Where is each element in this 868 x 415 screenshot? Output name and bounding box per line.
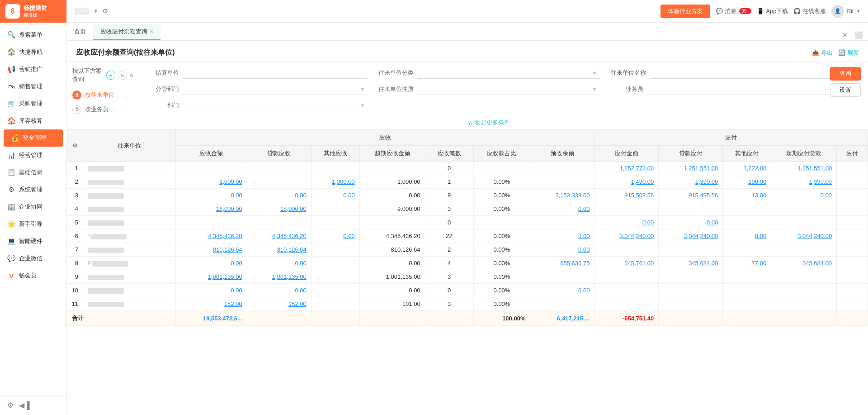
search-nav-icon: 🔍 bbox=[7, 31, 15, 39]
sidebar-item-basic[interactable]: 📋 基础信息 bbox=[0, 164, 66, 181]
dept-select[interactable]: ▼ bbox=[183, 83, 368, 95]
scheme-selector: 按以下方案查询 + ⊙ « 业 按往来单位 员 按业务员 bbox=[67, 62, 139, 129]
dots-icon2: ··· bbox=[825, 86, 829, 92]
filter-container: 按以下方案查询 + ⊙ « 业 按往来单位 员 按业务员 bbox=[67, 62, 868, 129]
collapse-sidebar-icon[interactable]: ◀▐ bbox=[19, 401, 29, 410]
sidebar-item-wechat-label: 企业微信 bbox=[19, 254, 42, 262]
unit-category-select[interactable]: ▼ bbox=[417, 67, 599, 79]
unit-name-input[interactable] bbox=[650, 67, 832, 79]
sidebar-item-quick[interactable]: 🏠 快捷导航 bbox=[0, 43, 66, 61]
settings-header-icon[interactable]: ⚙ bbox=[102, 7, 108, 15]
chevron-down-icon[interactable]: ▼ bbox=[93, 8, 99, 14]
refresh-button[interactable]: 🔄 刷新 bbox=[838, 49, 859, 57]
sidebar-footer: ⚙ ◀▐ bbox=[0, 395, 66, 415]
tab-fullscreen-icon[interactable]: ⬜ bbox=[853, 29, 864, 40]
scheme-collapse-icon[interactable]: « bbox=[130, 72, 133, 79]
scheme1-label: 按往来单位 bbox=[85, 91, 114, 99]
sidebar-item-marketing-label: 营销推广 bbox=[19, 65, 42, 73]
unit-nature-field: 往来单位性质 ▼ bbox=[378, 83, 599, 95]
tab-close-all-icon[interactable]: ✕ bbox=[840, 29, 849, 40]
unit-nature-select[interactable]: ▼ bbox=[417, 83, 599, 95]
scheme-item-unit[interactable]: 业 按往来单位 bbox=[71, 88, 135, 102]
footer-r-prepay[interactable]: 6,417,215.... bbox=[530, 311, 594, 326]
table-row: 8P0.000.000.0040.00%655,636.75345,761.00… bbox=[67, 257, 868, 270]
setting-button[interactable]: 设置 bbox=[830, 83, 861, 97]
footer-r-loan bbox=[247, 311, 311, 326]
dept2-select[interactable]: ▼ bbox=[183, 100, 368, 111]
sidebar-item-hardware-label: 智能硬件 bbox=[19, 237, 42, 245]
footer-p-loan bbox=[659, 311, 723, 326]
sidebar-item-marketing[interactable]: 📢 营销推广 bbox=[0, 61, 66, 78]
sidebar-item-purchase[interactable]: 🛒 采购管理 bbox=[0, 95, 66, 112]
export-button[interactable]: 📤 导出 bbox=[812, 49, 833, 57]
col-r-other: 其他应收 bbox=[311, 146, 359, 162]
sidebar-item-hardware[interactable]: 💻 智能硬件 bbox=[0, 233, 66, 250]
table-scroll-area[interactable]: ⚙ 往来单位 应收 应付 应收金额 贷款应收 其他应收 超期应收金额 应收笔数 … bbox=[67, 129, 868, 326]
logo: 6 畅捷通财 标准版 bbox=[0, 0, 66, 23]
tabs-controls: ✕ ⬜ bbox=[837, 29, 868, 40]
scheme-item-salesman[interactable]: 员 按业务员 bbox=[71, 102, 135, 117]
sidebar-item-inventory[interactable]: 🏠 库存核算 bbox=[0, 112, 66, 129]
sidebar-item-corp[interactable]: 🏢 企业协同 bbox=[0, 198, 66, 215]
unit-name-label: 往来单位名称 bbox=[611, 69, 646, 77]
hardware-nav-icon: 💻 bbox=[7, 237, 15, 245]
sidebar-item-system-label: 系统管理 bbox=[19, 186, 42, 194]
marketing-nav-icon: 📢 bbox=[7, 65, 15, 73]
app-download-button[interactable]: 📱 App下载 bbox=[757, 7, 788, 15]
sidebar-item-operation[interactable]: 📊 经营管理 bbox=[0, 147, 66, 164]
message-button[interactable]: 💬 消息 99+ bbox=[716, 7, 751, 15]
row-unit bbox=[83, 243, 175, 257]
sidebar-item-wechat[interactable]: 💬 企业微信 bbox=[0, 250, 66, 267]
sidebar-item-finance[interactable]: 💰 资金管理 bbox=[4, 129, 63, 147]
row-unit bbox=[83, 270, 175, 284]
salesman-input[interactable]: ··· bbox=[647, 83, 832, 95]
table-settings-header[interactable]: ⚙ bbox=[67, 130, 83, 162]
settings-footer-icon[interactable]: ⚙ bbox=[7, 401, 14, 410]
row-num: 2 bbox=[67, 175, 83, 189]
chevron-up-icon: ∧ bbox=[468, 119, 473, 126]
collapse-more-btn[interactable]: ∧ 收起更多条件 bbox=[146, 116, 832, 129]
table-receivable-group: 应收 bbox=[176, 130, 594, 146]
online-service-button[interactable]: 🎧 在线客服 bbox=[793, 7, 826, 15]
sidebar-item-finance-label: 资金管理 bbox=[23, 134, 46, 142]
table-row: 418,000.0018,000.009,000.0030.00%0.00 bbox=[67, 202, 868, 216]
scheme-settings-icon[interactable]: ⊙ bbox=[118, 71, 127, 80]
sidebar-item-search[interactable]: 🔍 搜索菜单 bbox=[0, 26, 66, 43]
dept2-label: 部门 bbox=[146, 101, 179, 110]
tab-close-icon[interactable]: × bbox=[150, 29, 153, 35]
row-unit: P bbox=[83, 257, 175, 270]
sales-nav-icon: 🛍 bbox=[7, 82, 15, 91]
row-num: 6 bbox=[67, 229, 83, 243]
dept2-field: 部门 ▼ bbox=[146, 100, 368, 111]
user-chevron-icon: ▼ bbox=[856, 9, 861, 14]
tab-ar-ap[interactable]: 应收应付余额查询 × bbox=[93, 24, 160, 40]
footer-r-amount[interactable]: 19,553,472,6... bbox=[176, 311, 247, 326]
sidebar-item-sales[interactable]: 🛍 销售管理 bbox=[0, 78, 66, 95]
settlement-unit-input[interactable]: ··· bbox=[183, 67, 368, 79]
page-title: 应收应付余额查询(按往来单位) bbox=[76, 48, 175, 57]
caret-down-icon2: ▼ bbox=[360, 86, 365, 92]
col-p-loan: 贷款应付 bbox=[659, 146, 723, 162]
unit-category-field: 往来单位分类 ▼ bbox=[378, 67, 599, 79]
basic-nav-icon: 📋 bbox=[7, 168, 15, 176]
caret-down-icon3: ▼ bbox=[592, 86, 597, 92]
sidebar-item-system[interactable]: ⚙ 系统管理 bbox=[0, 181, 66, 198]
footer-r-ratio: 100.00% bbox=[473, 311, 530, 326]
user-info[interactable]: 👤 Rit ▼ bbox=[831, 5, 861, 18]
tab-home[interactable]: 首页 bbox=[67, 24, 93, 40]
unit-category-label: 往来单位分类 bbox=[378, 69, 414, 77]
sidebar-item-purchase-label: 采购管理 bbox=[19, 100, 42, 108]
sidebar-item-guide[interactable]: 🌟 新手引导 bbox=[0, 215, 66, 233]
sidebar-item-vip[interactable]: V 畅会员 bbox=[0, 267, 66, 284]
col-p-other: 其他应付 bbox=[723, 146, 771, 162]
table-row: 500.000.00 bbox=[67, 216, 868, 229]
table-row: 100.000.000.0000.00%0.00 bbox=[67, 284, 868, 297]
solution-button[interactable]: 体验行业方案 bbox=[660, 5, 710, 18]
top-header: ... ▼ ⚙ 体验行业方案 💬 消息 99+ 📱 App下载 🎧 在线客服 👤… bbox=[67, 0, 868, 23]
row-num: 7 bbox=[67, 243, 83, 257]
query-button[interactable]: 查询 bbox=[830, 67, 861, 81]
export-icon: 📤 bbox=[812, 49, 819, 56]
sidebar-item-operation-label: 经营管理 bbox=[19, 151, 42, 159]
add-scheme-button[interactable]: + bbox=[106, 71, 115, 80]
page-inner: 应收应付余额查询(按往来单位) 📤 导出 🔄 刷新 bbox=[67, 41, 868, 415]
